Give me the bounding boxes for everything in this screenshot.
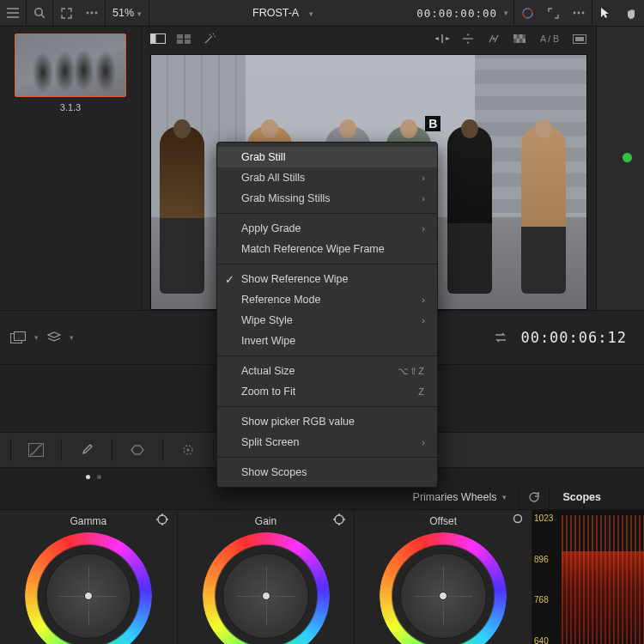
layers-icon[interactable] xyxy=(47,331,61,343)
scope-scale: 1023 896 768 640 xyxy=(534,513,553,644)
more-icon[interactable] xyxy=(79,0,105,26)
menu-item-grab-all-stills[interactable]: Grab All Stills› xyxy=(217,167,437,188)
shape-mask-icon[interactable] xyxy=(123,438,152,462)
wipe-hv-icon[interactable] xyxy=(431,30,453,47)
node-indicator[interactable] xyxy=(621,151,634,164)
image-wipe-icon[interactable] xyxy=(514,0,540,26)
svg-point-2 xyxy=(91,12,94,15)
stills-icon[interactable] xyxy=(10,331,26,343)
gallery-still-label: 3.1.3 xyxy=(7,102,134,112)
svg-rect-12 xyxy=(185,34,191,39)
grid-view-icon[interactable] xyxy=(173,30,195,47)
wheel-gain: Gain xyxy=(177,510,355,644)
expand2-icon[interactable] xyxy=(540,0,566,26)
svg-point-33 xyxy=(158,515,167,524)
menu-item-grab-missing-stills[interactable]: Grab Missing Stills› xyxy=(217,188,437,209)
clip-timecode[interactable]: 00:00:06:12 xyxy=(520,329,627,346)
highlight-icon[interactable] xyxy=(568,30,591,47)
tracker-icon[interactable] xyxy=(173,438,203,462)
svg-rect-22 xyxy=(575,37,584,41)
wheel-label-gain: Gain xyxy=(178,515,355,527)
picker-offset-icon[interactable] xyxy=(513,513,523,524)
svg-point-0 xyxy=(35,9,42,15)
menu-item-split-screen[interactable]: Split Screen› xyxy=(217,432,437,453)
color-wheels-area: Gamma Gain Offset 1023 896 768 640 xyxy=(0,510,644,644)
svg-point-1 xyxy=(87,12,89,15)
primaries-mode-dropdown[interactable]: Primaries Wheels▾ xyxy=(406,491,513,503)
gallery-panel: 3.1.3 xyxy=(0,27,142,310)
svg-rect-17 xyxy=(513,34,517,39)
hand-icon[interactable] xyxy=(618,0,644,26)
wheel-label-offset: Offset xyxy=(355,515,532,527)
pointer-icon[interactable] xyxy=(592,0,618,26)
svg-rect-24 xyxy=(15,332,26,341)
picker-gain-icon[interactable] xyxy=(333,513,345,526)
svg-point-3 xyxy=(95,12,98,15)
ab-compare[interactable]: A / B xyxy=(534,30,565,47)
wheel-offset: Offset xyxy=(354,510,532,644)
checker-icon[interactable] xyxy=(508,30,531,47)
svg-point-7 xyxy=(578,12,580,15)
menu-item-show-scopes[interactable]: Show Scopes xyxy=(217,462,437,483)
wheel-label-gamma: Gamma xyxy=(0,515,177,527)
svg-rect-19 xyxy=(517,39,520,43)
search-icon[interactable] xyxy=(27,0,52,26)
curves-tool-icon[interactable] xyxy=(21,438,51,462)
page-dot-1[interactable] xyxy=(86,475,90,479)
svg-rect-20 xyxy=(523,39,526,43)
wipe-diag-icon[interactable] xyxy=(483,30,505,47)
clip-name[interactable]: FROST-A xyxy=(246,7,306,19)
menu-item-match-reference-wipe-frame[interactable]: Match Reference Wipe Frame xyxy=(217,239,437,259)
menu-item-zoom-to-fit[interactable]: Zoom to FitZ xyxy=(217,381,437,402)
scopes-title: Scopes xyxy=(555,491,610,503)
scopes-panel[interactable]: 1023 896 768 640 xyxy=(532,510,644,644)
color-panel-header: Primaries Wheels▾ Scopes xyxy=(0,485,644,510)
svg-point-34 xyxy=(335,515,343,524)
list-view-icon[interactable] xyxy=(0,0,26,26)
svg-point-15 xyxy=(493,38,495,40)
gallery-view-icon[interactable] xyxy=(147,30,169,47)
menu-item-actual-size[interactable]: Actual Size⌥⇧Z xyxy=(217,361,437,381)
menu-item-reference-mode[interactable]: Reference Mode› xyxy=(217,289,437,310)
picker-gamma-icon[interactable] xyxy=(156,513,168,526)
gallery-still-thumbnail[interactable] xyxy=(15,33,126,97)
menu-item-grab-still[interactable]: Grab Still xyxy=(217,147,437,167)
waveform-display xyxy=(562,515,644,644)
reset-icon[interactable] xyxy=(525,491,544,503)
svg-rect-11 xyxy=(177,34,183,39)
menu-item-show-reference-wipe[interactable]: ✓Show Reference Wipe xyxy=(217,269,437,289)
viewer-context-menu: Grab StillGrab All Stills›Grab Missing S… xyxy=(216,142,438,488)
svg-rect-18 xyxy=(519,34,523,39)
wheel-gain-control[interactable] xyxy=(203,532,330,644)
svg-point-8 xyxy=(582,12,585,15)
svg-point-35 xyxy=(514,515,522,523)
zoom-level[interactable]: 51% ▾ xyxy=(106,7,149,19)
svg-rect-10 xyxy=(151,34,156,44)
top-bar: 51% ▾ FROST-A ▾ 00:00:00:00 ▾ xyxy=(0,0,644,27)
page-dot-2[interactable] xyxy=(97,475,101,479)
viewer-timecode[interactable]: 00:00:00:00 xyxy=(410,7,504,20)
svg-rect-14 xyxy=(185,39,191,44)
expand-icon[interactable] xyxy=(53,0,79,26)
svg-rect-13 xyxy=(177,39,183,44)
menu-item-show-picker-rgb-value[interactable]: Show picker RGB value xyxy=(217,411,437,432)
loop-icon[interactable] xyxy=(493,331,508,343)
more2-icon[interactable] xyxy=(566,0,592,26)
menu-item-invert-wipe[interactable]: Invert Wipe xyxy=(217,331,437,351)
viewer-toolbar: A / B xyxy=(142,27,596,51)
wipe-horiz-icon[interactable] xyxy=(457,30,479,47)
svg-point-6 xyxy=(574,12,576,15)
menu-item-wipe-style[interactable]: Wipe Style› xyxy=(217,310,437,331)
node-sidebar xyxy=(596,27,644,310)
eyedropper-icon[interactable] xyxy=(72,438,101,462)
menu-item-apply-grade[interactable]: Apply Grade› xyxy=(217,218,437,239)
magic-wand-icon[interactable] xyxy=(198,30,221,47)
wheel-offset-control[interactable] xyxy=(380,532,507,644)
svg-point-27 xyxy=(187,449,190,452)
wheel-gamma: Gamma xyxy=(0,510,177,644)
wheel-gamma-control[interactable] xyxy=(25,532,152,644)
